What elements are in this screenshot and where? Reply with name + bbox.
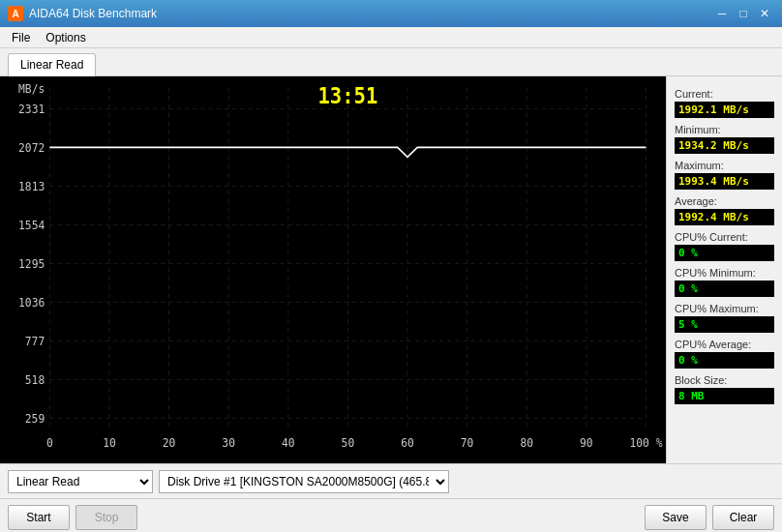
bottom-toolbar: Linear Read Disk Drive #1 [KINGSTON SA20… — [0, 463, 782, 498]
svg-rect-0 — [0, 76, 666, 463]
tab-bar: Linear Read — [0, 48, 782, 76]
average-value: 1992.4 MB/s — [675, 209, 774, 225]
minimize-button[interactable]: ─ — [712, 5, 732, 22]
title-text: AIDA64 Disk Benchmark — [29, 7, 712, 20]
buttons-bar: Start Stop Save Clear — [0, 498, 782, 532]
current-value: 1992.1 MB/s — [675, 102, 774, 118]
test-select[interactable]: Linear Read — [8, 470, 153, 493]
cpu-current-label: CPU% Current: — [675, 231, 774, 243]
title-bar: A AIDA64 Disk Benchmark ─ □ ✕ — [0, 0, 782, 27]
block-size-value: 8 MB — [675, 388, 774, 404]
title-controls: ─ □ ✕ — [712, 5, 774, 22]
current-label: Current: — [675, 88, 774, 100]
svg-text:259: 259 — [25, 411, 45, 426]
svg-text:60: 60 — [401, 436, 414, 451]
svg-text:1554: 1554 — [18, 218, 45, 232]
svg-text:20: 20 — [163, 436, 176, 451]
svg-text:10: 10 — [103, 436, 116, 451]
right-panel: Current: 1992.1 MB/s Minimum: 1934.2 MB/… — [666, 76, 782, 463]
maximum-label: Maximum: — [675, 160, 774, 171]
stop-button[interactable]: Stop — [75, 505, 137, 530]
cpu-average-label: CPU% Average: — [675, 339, 774, 350]
minimum-label: Minimum: — [675, 124, 774, 135]
svg-text:90: 90 — [580, 436, 593, 451]
clear-button[interactable]: Clear — [712, 505, 774, 530]
cpu-minimum-label: CPU% Minimum: — [675, 267, 774, 279]
svg-text:1036: 1036 — [18, 295, 45, 310]
chart-area: MB/s 2331 2072 1813 1554 1295 1036 777 5… — [0, 76, 666, 463]
svg-text:2331: 2331 — [18, 102, 45, 116]
cpu-maximum-value: 5 % — [675, 316, 774, 333]
svg-text:80: 80 — [520, 436, 533, 451]
cpu-current-value: 0 % — [675, 245, 774, 261]
block-size-label: Block Size: — [675, 374, 774, 386]
svg-text:40: 40 — [282, 436, 295, 451]
maximum-value: 1993.4 MB/s — [675, 173, 774, 190]
save-button[interactable]: Save — [645, 505, 707, 530]
svg-text:2072: 2072 — [18, 140, 45, 155]
svg-text:100 %: 100 % — [629, 436, 662, 451]
disk-select[interactable]: Disk Drive #1 [KINGSTON SA2000M8500G] (4… — [159, 470, 449, 493]
menu-file[interactable]: File — [4, 29, 38, 46]
menu-bar: File Options — [0, 27, 782, 48]
svg-text:70: 70 — [461, 436, 474, 451]
svg-text:777: 777 — [25, 334, 45, 348]
tab-linear-read[interactable]: Linear Read — [8, 53, 96, 76]
svg-text:MB/s: MB/s — [18, 81, 45, 96]
svg-text:518: 518 — [25, 372, 45, 387]
svg-text:1813: 1813 — [18, 179, 45, 193]
svg-text:13:51: 13:51 — [318, 83, 378, 108]
svg-text:1295: 1295 — [18, 256, 45, 271]
cpu-average-value: 0 % — [675, 352, 774, 369]
app-icon: A — [8, 6, 23, 21]
average-label: Average: — [675, 195, 774, 207]
menu-options[interactable]: Options — [38, 29, 93, 46]
svg-text:30: 30 — [222, 436, 235, 451]
minimum-value: 1934.2 MB/s — [675, 137, 774, 154]
cpu-minimum-value: 0 % — [675, 281, 774, 297]
svg-text:0: 0 — [46, 436, 53, 451]
chart-svg: MB/s 2331 2072 1813 1554 1295 1036 777 5… — [0, 76, 666, 463]
maximize-button[interactable]: □ — [734, 5, 753, 22]
cpu-maximum-label: CPU% Maximum: — [675, 303, 774, 314]
svg-text:50: 50 — [342, 436, 355, 451]
close-button[interactable]: ✕ — [755, 5, 774, 22]
main-content: MB/s 2331 2072 1813 1554 1295 1036 777 5… — [0, 76, 782, 463]
start-button[interactable]: Start — [8, 505, 70, 530]
